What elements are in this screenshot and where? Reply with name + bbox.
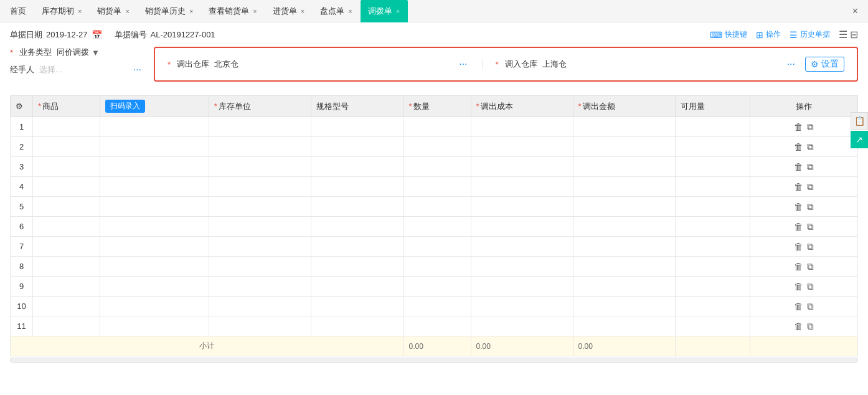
row-spec-10[interactable] [311, 297, 403, 316]
col-header-gear[interactable]: ⚙ [11, 96, 33, 117]
tab-close-4[interactable]: × [253, 7, 257, 15]
row-unit-6[interactable] [209, 217, 311, 237]
row-qty-5[interactable] [403, 197, 471, 217]
row-amount-9[interactable] [573, 277, 675, 297]
tab-close-2[interactable]: × [125, 7, 129, 15]
row-cost-5[interactable] [471, 197, 573, 217]
row-qty-6[interactable] [403, 217, 471, 237]
scan-button[interactable]: 扫码录入 [105, 100, 145, 113]
row-product-10[interactable] [33, 297, 100, 316]
delete-row-3-button[interactable]: 🗑 [794, 161, 803, 172]
copy-row-1-button[interactable]: ⧉ [807, 121, 814, 133]
window-close-button[interactable]: × [845, 6, 866, 17]
tab-5[interactable]: 进货单× [265, 0, 313, 22]
row-unit-5[interactable] [209, 197, 311, 217]
row-unit-7[interactable] [209, 237, 311, 257]
row-amount-5[interactable] [573, 197, 675, 217]
row-amount-3[interactable] [573, 157, 675, 177]
tab-2[interactable]: 销货单× [90, 0, 137, 22]
row-unit-10[interactable] [209, 297, 311, 316]
row-spec-1[interactable] [311, 117, 403, 137]
copy-row-5-button[interactable]: ⧉ [807, 201, 814, 212]
row-product-2[interactable] [33, 137, 100, 157]
tab-close-5[interactable]: × [301, 7, 304, 15]
delete-row-1-button[interactable]: 🗑 [794, 121, 803, 132]
row-amount-4[interactable] [573, 177, 675, 197]
tab-6[interactable]: 盘点单× [313, 0, 360, 22]
table-scrollbar[interactable] [10, 358, 858, 363]
layout-list-icon[interactable]: ☰ [839, 29, 847, 40]
warehouse-out-dots-button[interactable]: ··· [456, 59, 469, 70]
person-dots-button[interactable]: ··· [131, 64, 144, 75]
copy-row-7-button[interactable]: ⧉ [807, 241, 814, 252]
row-qty-4[interactable] [403, 177, 471, 197]
row-spec-11[interactable] [311, 316, 403, 336]
row-spec-3[interactable] [311, 157, 403, 177]
row-unit-1[interactable] [209, 117, 311, 137]
row-amount-1[interactable] [573, 117, 675, 137]
delete-row-7-button[interactable]: 🗑 [794, 241, 803, 252]
delete-row-2-button[interactable]: 🗑 [794, 141, 803, 152]
tab-0[interactable]: 首页 [2, 0, 34, 22]
delete-row-10-button[interactable]: 🗑 [794, 301, 803, 312]
row-unit-3[interactable] [209, 157, 311, 177]
row-cost-4[interactable] [471, 177, 573, 197]
row-amount-11[interactable] [573, 316, 675, 336]
delete-row-4-button[interactable]: 🗑 [794, 181, 803, 192]
tab-3[interactable]: 销货单历史× [138, 0, 201, 22]
row-amount-2[interactable] [573, 137, 675, 157]
operations-button[interactable]: ⊞ 操作 [756, 29, 781, 40]
tab-close-1[interactable]: × [78, 7, 82, 15]
business-type-select[interactable]: 同价调拨 ▼ [57, 47, 144, 58]
row-amount-7[interactable] [573, 237, 675, 257]
row-spec-8[interactable] [311, 257, 403, 277]
row-product-4[interactable] [33, 177, 100, 197]
row-product-1[interactable] [33, 117, 100, 137]
tab-close-6[interactable]: × [348, 7, 352, 15]
row-cost-3[interactable] [471, 157, 573, 177]
row-cost-1[interactable] [471, 117, 573, 137]
row-qty-1[interactable] [403, 117, 471, 137]
row-qty-8[interactable] [403, 257, 471, 277]
row-unit-11[interactable] [209, 316, 311, 336]
copy-row-3-button[interactable]: ⧉ [807, 161, 814, 173]
row-amount-8[interactable] [573, 257, 675, 277]
row-unit-8[interactable] [209, 257, 311, 277]
row-product-9[interactable] [33, 277, 100, 297]
row-amount-6[interactable] [573, 217, 675, 237]
delete-row-9-button[interactable]: 🗑 [794, 281, 803, 292]
tab-close-7[interactable]: × [396, 7, 400, 15]
copy-row-11-button[interactable]: ⧉ [807, 321, 814, 332]
row-cost-10[interactable] [471, 297, 573, 316]
row-product-6[interactable] [33, 217, 100, 237]
row-spec-6[interactable] [311, 217, 403, 237]
row-unit-2[interactable] [209, 137, 311, 157]
row-cost-9[interactable] [471, 277, 573, 297]
row-amount-10[interactable] [573, 297, 675, 316]
row-spec-9[interactable] [311, 277, 403, 297]
tab-4[interactable]: 查看销货单× [201, 0, 265, 22]
calendar-icon[interactable]: 📅 [92, 30, 102, 40]
copy-row-4-button[interactable]: ⧉ [807, 181, 814, 193]
copy-row-10-button[interactable]: ⧉ [807, 301, 814, 312]
copy-row-6-button[interactable]: ⧉ [807, 221, 814, 232]
row-product-7[interactable] [33, 237, 100, 257]
warehouse-in-dots-button[interactable]: ··· [785, 59, 798, 70]
tab-1[interactable]: 库存期初× [34, 0, 90, 22]
row-cost-8[interactable] [471, 257, 573, 277]
row-qty-9[interactable] [403, 277, 471, 297]
delete-row-8-button[interactable]: 🗑 [794, 261, 803, 272]
layout-grid-icon[interactable]: ⊟ [850, 29, 858, 40]
tab-7[interactable]: 调拨单× [361, 0, 408, 22]
copy-row-8-button[interactable]: ⧉ [807, 261, 814, 272]
row-cost-2[interactable] [471, 137, 573, 157]
row-spec-2[interactable] [311, 137, 403, 157]
history-button[interactable]: ☰ 历史单据 [790, 29, 830, 40]
row-qty-11[interactable] [403, 316, 471, 336]
row-product-8[interactable] [33, 257, 100, 277]
row-spec-7[interactable] [311, 237, 403, 257]
row-qty-7[interactable] [403, 237, 471, 257]
row-cost-11[interactable] [471, 316, 573, 336]
delete-row-6-button[interactable]: 🗑 [794, 221, 803, 232]
delete-row-11-button[interactable]: 🗑 [794, 321, 803, 331]
